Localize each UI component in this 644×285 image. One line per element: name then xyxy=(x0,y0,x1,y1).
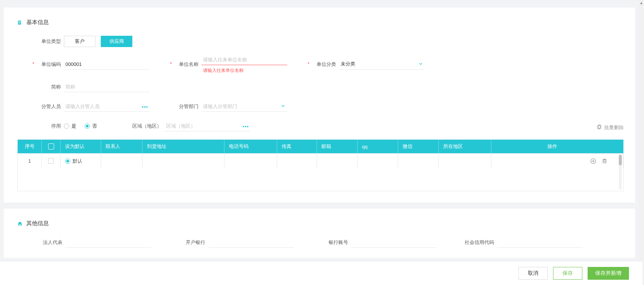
batch-delete-button[interactable]: 批量删除 xyxy=(597,124,624,131)
unit-type-field: 单位类型 客户 供应商 xyxy=(31,35,132,48)
table-scrollbar-thumb[interactable] xyxy=(619,155,622,165)
svg-rect-9 xyxy=(603,160,606,163)
select-all-checkbox[interactable] xyxy=(48,143,54,149)
cell-phone[interactable] xyxy=(224,154,277,168)
unit-category-select[interactable] xyxy=(339,59,425,70)
th-checkbox[interactable] xyxy=(42,140,61,153)
table-scrollbar[interactable] xyxy=(619,155,622,189)
building-icon xyxy=(17,221,23,226)
unit-category-value[interactable] xyxy=(339,59,425,70)
cell-checkbox[interactable] xyxy=(42,154,61,168)
legal-rep-label: 法人代表 xyxy=(31,239,65,246)
section-title-text: 其他信息 xyxy=(26,220,49,227)
unit-category-label: 单位分类 xyxy=(306,61,339,68)
short-name-field: 简称 xyxy=(31,81,150,93)
default-radio[interactable]: 默认 xyxy=(65,158,82,165)
batch-delete-label: 批量删除 xyxy=(604,124,624,131)
account-input[interactable] xyxy=(351,237,437,248)
legal-rep-field: 法人代表 xyxy=(31,236,151,249)
region-input[interactable] xyxy=(165,121,250,131)
credit-code-label: 社会信用代码 xyxy=(459,239,497,246)
credit-code-field: 社会信用代码 xyxy=(459,236,583,249)
bank-field: 开户银行 xyxy=(174,236,294,249)
region-select[interactable]: ••• xyxy=(165,121,250,131)
table-body: 1 默认 xyxy=(18,153,623,168)
bank-input[interactable] xyxy=(208,237,294,248)
th-wechat: 微信 xyxy=(398,140,439,153)
add-row-button[interactable] xyxy=(590,158,597,165)
svg-rect-2 xyxy=(19,22,20,23)
th-operation: 操作 xyxy=(491,140,623,153)
manager-select[interactable]: ••• xyxy=(64,101,150,112)
cell-operation xyxy=(491,154,623,168)
unit-code-label: 单位编码 xyxy=(31,61,64,68)
unit-name-error: 请输入往来单位名称 xyxy=(203,67,287,74)
account-field: 银行账号 xyxy=(317,236,437,249)
unit-code-field: 单位编码 xyxy=(31,55,150,74)
section-title-text: 基本信息 xyxy=(26,19,49,26)
cell-qq[interactable] xyxy=(358,154,398,168)
save-and-new-button[interactable]: 保存并新增 xyxy=(588,267,629,280)
th-address: 到货地址 xyxy=(142,140,224,153)
dept-select[interactable] xyxy=(202,101,287,112)
manager-field: 分管人员 ••• xyxy=(31,100,150,113)
unit-name-input[interactable] xyxy=(202,55,287,65)
default-radio-label: 默认 xyxy=(73,158,82,165)
cancel-button[interactable]: 取消 xyxy=(518,267,548,280)
scroll-up-icon[interactable]: ▲ xyxy=(639,0,644,5)
disabled-no-radio[interactable]: 否 xyxy=(85,123,97,130)
table-row: 1 默认 xyxy=(18,153,623,168)
cell-location[interactable] xyxy=(439,154,491,168)
cell-fax[interactable] xyxy=(277,154,317,168)
footer-toolbar: 取消 保存 保存并新增 xyxy=(0,261,642,285)
contact-table: 序号 设为默认 联系人 到货地址 电话号码 传真 邮箱 qq 微信 所在地区 操… xyxy=(17,139,624,191)
svg-rect-1 xyxy=(19,21,20,21)
th-location: 所在地区 xyxy=(439,140,491,153)
unit-code-input[interactable] xyxy=(64,59,150,70)
short-name-label: 简称 xyxy=(31,84,64,90)
form-icon xyxy=(17,20,23,25)
copy-delete-icon xyxy=(597,125,602,131)
unit-name-label: 单位名称 xyxy=(168,61,202,68)
unit-type-label: 单位类型 xyxy=(31,38,64,45)
cell-wechat[interactable] xyxy=(398,154,439,168)
legal-rep-input[interactable] xyxy=(65,237,151,248)
th-qq: qq xyxy=(358,140,398,153)
ellipsis-icon[interactable]: ••• xyxy=(242,123,249,129)
other-info-panel: 其他信息 法人代表 开户银行 银行账号 社会信用代码 xyxy=(4,209,635,258)
disabled-no-label: 否 xyxy=(92,123,97,130)
th-mail: 邮箱 xyxy=(317,140,358,153)
account-label: 银行账号 xyxy=(317,239,351,246)
cell-mail[interactable] xyxy=(317,154,358,168)
dept-field: 分管部门 xyxy=(168,100,287,113)
unit-type-customer-button[interactable]: 客户 xyxy=(64,36,95,47)
manager-input[interactable] xyxy=(64,101,150,112)
svg-rect-17 xyxy=(20,224,21,225)
save-button[interactable]: 保存 xyxy=(553,267,582,280)
basic-info-title: 基本信息 xyxy=(17,19,624,26)
delete-row-button[interactable] xyxy=(601,158,608,165)
dept-input[interactable] xyxy=(202,101,287,112)
bank-label: 开户银行 xyxy=(174,239,208,246)
dept-label: 分管部门 xyxy=(168,103,202,110)
cell-address[interactable] xyxy=(142,154,224,168)
cell-default[interactable]: 默认 xyxy=(61,154,101,168)
th-phone: 电话号码 xyxy=(224,140,277,153)
short-name-input[interactable] xyxy=(64,82,150,92)
disabled-yes-label: 是 xyxy=(71,123,76,130)
ellipsis-icon[interactable]: ••• xyxy=(142,104,148,110)
disabled-label: 停用 xyxy=(31,123,64,130)
row-checkbox[interactable] xyxy=(48,158,54,164)
manager-label: 分管人员 xyxy=(31,103,64,110)
region-field: 区域（地区） ••• xyxy=(128,120,250,133)
cell-contact[interactable] xyxy=(101,154,142,168)
table-header: 序号 设为默认 联系人 到货地址 电话号码 传真 邮箱 qq 微信 所在地区 操… xyxy=(18,140,623,153)
unit-type-supplier-button[interactable]: 供应商 xyxy=(101,36,132,47)
th-fax: 传真 xyxy=(277,140,317,153)
credit-code-input[interactable] xyxy=(497,237,583,248)
th-index: 序号 xyxy=(18,140,42,153)
unit-name-field: 单位名称 请输入往来单位名称 xyxy=(168,55,287,74)
disabled-yes-radio[interactable]: 是 xyxy=(64,123,76,130)
other-info-title: 其他信息 xyxy=(17,220,624,227)
page-scrollbar[interactable]: ▲ xyxy=(639,0,644,285)
